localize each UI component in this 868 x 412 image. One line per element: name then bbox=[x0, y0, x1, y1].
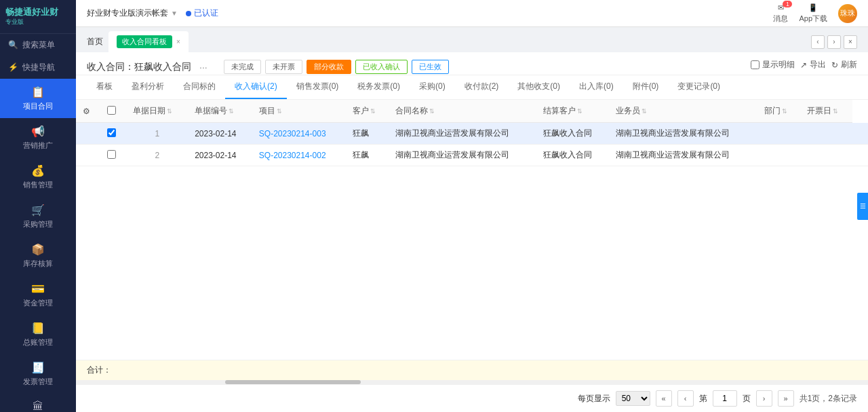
cert-dot bbox=[186, 11, 191, 16]
sidebar-item-purchase[interactable]: 🛒采购管理 bbox=[0, 197, 76, 236]
right-panel-toggle[interactable]: ☰ bbox=[857, 193, 868, 220]
status-btn-effective[interactable]: 已生效 bbox=[412, 60, 449, 74]
tab-prev-button[interactable]: ‹ bbox=[811, 35, 825, 49]
company-selector[interactable]: 好业财专业版演示帐套 ▼ bbox=[87, 7, 178, 19]
tab-close-all-button[interactable]: × bbox=[844, 35, 857, 49]
show-detail-input[interactable] bbox=[751, 60, 760, 69]
row-department bbox=[800, 145, 852, 166]
tab-next-button[interactable]: › bbox=[827, 35, 841, 49]
select-all-checkbox[interactable] bbox=[107, 106, 116, 115]
sidebar-item-general-ledger[interactable]: 📒总账管理 bbox=[0, 315, 76, 354]
row-client-customer: 湖南卫视商业运营发展有限公司 bbox=[609, 145, 757, 166]
inner-tab-kanban[interactable]: 看板 bbox=[87, 75, 122, 99]
pagination: 每页显示 2050100 « ‹ 第 页 › » 共1页，2条记录 bbox=[76, 384, 868, 412]
table-row[interactable]: 22023-02-14SQ-20230214-002狂飙湖南卫视商业运营发展有限… bbox=[76, 145, 868, 166]
quick-nav-item[interactable]: ⚡ 快捷导航 bbox=[0, 56, 76, 79]
inner-tab-other-income[interactable]: 其他收支(0) bbox=[508, 75, 570, 99]
prev-page-button[interactable]: ‹ bbox=[677, 390, 694, 407]
tab-active-label: 收入合同看板 bbox=[117, 35, 172, 48]
col-header-customer[interactable]: 客户⇅ bbox=[346, 100, 389, 123]
sidebar-item-sales[interactable]: 💰销售管理 bbox=[0, 157, 76, 197]
row-order-date: 2023-02-14 bbox=[188, 145, 252, 166]
inner-tab-tax-invoice[interactable]: 税务发票(0) bbox=[348, 75, 410, 99]
sort-icon-order_no: ⇅ bbox=[229, 108, 234, 115]
page-number-input[interactable] bbox=[713, 390, 737, 407]
col-label-client_customer: 结算客户 bbox=[543, 106, 576, 115]
row-project: 狂飙 bbox=[346, 145, 389, 166]
col-header-order_date[interactable]: 单据日期⇅ bbox=[126, 100, 188, 123]
settings-gear-icon[interactable]: ⚙ bbox=[83, 107, 90, 116]
notification-button[interactable]: ✉ 1 消息 bbox=[773, 3, 788, 24]
sidebar-item-marketing[interactable]: 📢营销推广 bbox=[0, 118, 76, 157]
row-order-no: SQ-20230214-003 bbox=[252, 123, 346, 145]
sidebar-label-marketing: 营销推广 bbox=[23, 141, 53, 151]
quick-nav-label: 快捷导航 bbox=[22, 62, 55, 73]
col-header-open_date[interactable]: 开票日⇅ bbox=[800, 100, 852, 123]
page-header-actions: 显示明细 ↗ 导出 ↻ 刷新 bbox=[751, 59, 857, 71]
refresh-button[interactable]: ↻ 刷新 bbox=[831, 59, 857, 71]
table-row[interactable]: 12023-02-14SQ-20230214-003狂飙湖南卫视商业运营发展有限… bbox=[76, 123, 868, 145]
next-page-button[interactable]: › bbox=[756, 390, 772, 407]
page-content: 收入合同：狂飙收入合同 ··· 未完成未开票部分收款已收入确认已生效 显示明细 … bbox=[76, 52, 868, 412]
sidebar-item-inventory[interactable]: 📦库存核算 bbox=[0, 236, 76, 276]
user-avatar[interactable]: 珠珠 bbox=[838, 4, 857, 23]
search-menu-item[interactable]: 🔍 搜索菜单 bbox=[0, 34, 76, 56]
page-size-select[interactable]: 2050100 bbox=[616, 391, 650, 406]
col-header-salesperson[interactable]: 业务员⇅ bbox=[609, 100, 757, 123]
tab-close-button[interactable]: × bbox=[176, 38, 180, 45]
status-btn-confirmed[interactable]: 已收入确认 bbox=[355, 60, 408, 74]
last-page-button[interactable]: » bbox=[778, 390, 794, 407]
table-container[interactable]: ⚙单据日期⇅单据编号⇅项目⇅客户⇅合同名称⇅结算客户⇅业务员⇅部门⇅开票日⇅ 1… bbox=[76, 100, 868, 360]
sidebar-item-tax[interactable]: 🏛税务管理 bbox=[0, 394, 76, 412]
main-area: 好业财专业版演示帐套 ▼ 已认证 ✉ 1 消息 📱 App下载 珠珠 bbox=[76, 0, 868, 412]
row-open-date bbox=[852, 123, 868, 145]
page-label-suffix: 页 bbox=[743, 393, 751, 405]
table-body: 12023-02-14SQ-20230214-003狂飙湖南卫视商业运营发展有限… bbox=[76, 123, 868, 166]
col-header-checkbox bbox=[100, 100, 126, 123]
sidebar-item-finance[interactable]: 💳资金管理 bbox=[0, 276, 76, 315]
search-menu-label: 搜索菜单 bbox=[22, 39, 55, 51]
inner-tab-change-log[interactable]: 变更记录(0) bbox=[668, 75, 730, 99]
inner-tab-sales-invoice[interactable]: 销售发票(0) bbox=[287, 75, 349, 99]
page-title-name: 狂飙收入合同 bbox=[134, 61, 191, 72]
inner-tab-attachment[interactable]: 附件(0) bbox=[623, 75, 669, 99]
sidebar-item-invoice[interactable]: 🧾发票管理 bbox=[0, 354, 76, 394]
status-btn-partial-received[interactable]: 部分收款 bbox=[307, 60, 351, 74]
order-no-link[interactable]: SQ-20230214-003 bbox=[259, 129, 326, 138]
row-checkbox-0[interactable] bbox=[107, 128, 116, 137]
status-btn-not-complete[interactable]: 未完成 bbox=[224, 60, 261, 74]
more-options-button[interactable]: ··· bbox=[199, 62, 208, 73]
breadcrumb-home[interactable]: 首页 bbox=[87, 36, 103, 48]
inner-tab-income-confirm[interactable]: 收入确认(2) bbox=[225, 75, 287, 99]
sort-icon-project: ⇅ bbox=[277, 108, 282, 115]
sort-icon-salesperson: ⇅ bbox=[642, 108, 647, 115]
inner-tab-profit[interactable]: 盈利分析 bbox=[122, 75, 174, 99]
order-no-link[interactable]: SQ-20230214-002 bbox=[259, 151, 326, 160]
sidebar-icon-inventory: 📦 bbox=[31, 243, 45, 256]
inner-tab-purchase[interactable]: 采购(0) bbox=[410, 75, 455, 99]
inner-tab-in-out-store[interactable]: 出入库(0) bbox=[570, 75, 623, 99]
app-download-button[interactable]: 📱 App下载 bbox=[799, 3, 827, 24]
col-label-project: 项目 bbox=[259, 106, 275, 115]
col-header-project[interactable]: 项目⇅ bbox=[252, 100, 346, 123]
col-header-client_customer[interactable]: 结算客户⇅ bbox=[536, 100, 609, 123]
app-download-label: App下载 bbox=[799, 14, 827, 24]
row-salesperson bbox=[757, 145, 800, 166]
inner-tab-payment[interactable]: 收付款(2) bbox=[455, 75, 509, 99]
col-header-contract_name[interactable]: 合同名称⇅ bbox=[389, 100, 537, 123]
show-detail-checkbox[interactable]: 显示明细 bbox=[751, 59, 795, 71]
row-checkbox-1[interactable] bbox=[107, 150, 116, 159]
app-logo: 畅捷通好业财 专业版 bbox=[0, 0, 76, 34]
total-info: 共1页，2条记录 bbox=[800, 393, 857, 405]
export-button[interactable]: ↗ 导出 bbox=[800, 59, 826, 71]
row-contract-name: 狂飙收入合同 bbox=[536, 145, 609, 166]
quick-nav-icon: ⚡ bbox=[8, 62, 18, 72]
status-btn-not-invoiced[interactable]: 未开票 bbox=[265, 60, 302, 74]
row-num: 1 bbox=[126, 123, 188, 145]
col-header-order_no[interactable]: 单据编号⇅ bbox=[188, 100, 252, 123]
sidebar-item-project-contract[interactable]: 📋项目合同 bbox=[0, 79, 76, 118]
active-tab[interactable]: 收入合同看板 × bbox=[108, 31, 189, 52]
first-page-button[interactable]: « bbox=[656, 390, 672, 407]
inner-tab-contract-standard[interactable]: 合同标的 bbox=[174, 75, 225, 99]
col-header-department[interactable]: 部门⇅ bbox=[757, 100, 800, 123]
